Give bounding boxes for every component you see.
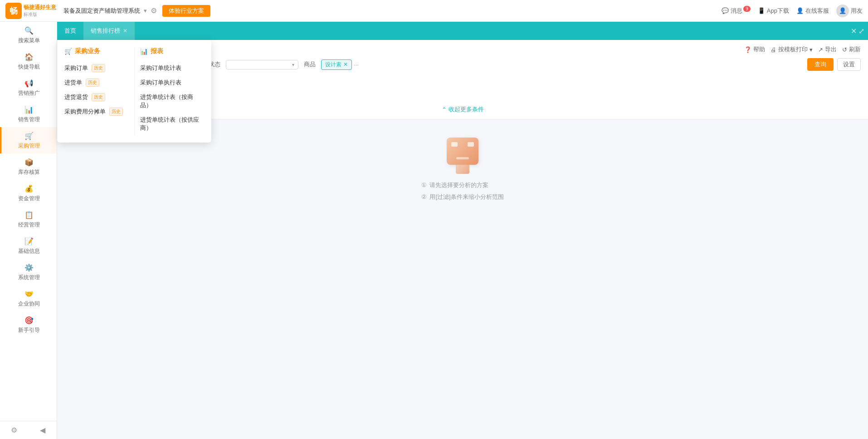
- history-tag-return: 历史: [92, 93, 105, 101]
- collapse-sidebar-button[interactable]: ◀: [29, 421, 57, 439]
- print-button[interactable]: 🖨 按模板打印 ▾: [770, 45, 813, 54]
- purchase-section-icon: 🛒: [64, 48, 72, 55]
- goods-tag-text: 设计素: [325, 61, 341, 69]
- history-tag-purchase-order: 历史: [92, 64, 105, 72]
- help-button[interactable]: ❓ 帮助: [744, 45, 765, 54]
- toolbar-right: ❓ 帮助 🖨 按模板打印 ▾ ↗ 导出 ↺: [744, 45, 861, 54]
- guide-icon: 🎯: [24, 316, 34, 325]
- notification-badge: 9: [743, 6, 751, 12]
- menu-item-return[interactable]: 进货退货 历史: [64, 90, 129, 104]
- purchase-icon: 🛒: [24, 132, 34, 140]
- tab-close-icon[interactable]: ✕: [123, 28, 127, 34]
- purchase-section-title: 🛒 采购业务: [64, 47, 129, 55]
- doc-status-select[interactable]: ▾: [226, 60, 298, 69]
- goods-label: 商品: [304, 60, 316, 69]
- empty-text: ① 请先选择要分析的方案 ② 用[过滤]条件来缩小分析范围: [421, 179, 503, 203]
- app-download-button[interactable]: 📱 App下载: [758, 7, 789, 15]
- help-icon: ❓: [744, 46, 751, 53]
- menu-item-order-stats[interactable]: 采购订单统计表: [140, 61, 205, 75]
- sidebar: 🔍 搜索菜单 🏠 快捷导航 📢 营销推广 📊 销售管理 🛒 采购管理 📦: [0, 22, 57, 439]
- sidebar-item-quicknav[interactable]: 🏠 快捷导航: [0, 48, 57, 74]
- export-icon: ↗: [818, 46, 823, 53]
- sidebar-item-inventory[interactable]: 📦 库存核算: [0, 153, 57, 180]
- notification-button[interactable]: 💬 消息 9: [722, 7, 751, 15]
- system-title: 装备及固定资产辅助管理系统: [63, 7, 140, 15]
- home-icon: 🏠: [24, 53, 34, 61]
- collapse-label: 收起更多条件: [449, 105, 484, 113]
- top-right-area: 💬 消息 9 📱 App下载 👤 在线客服 👤 用友: [722, 5, 863, 17]
- report-section-title: 📊 报表: [140, 47, 205, 55]
- content-main: ① 请先选择要分析的方案 ② 用[过滤]条件来缩小分析范围: [57, 119, 868, 439]
- tab-close-all-icon[interactable]: ✕: [851, 27, 857, 35]
- operations-icon: 📋: [24, 211, 34, 219]
- sidebar-label-inventory: 库存核算: [18, 168, 40, 176]
- sidebar-item-enterprise[interactable]: 🤝 企业协同: [0, 285, 57, 311]
- print-label: 按模板打印: [778, 45, 808, 54]
- collapse-button[interactable]: ⌃ 收起更多条件: [442, 105, 484, 113]
- app-download-label: App下载: [767, 7, 789, 15]
- sidebar-item-operations[interactable]: 📋 经营管理: [0, 206, 57, 232]
- goods-tag: 设计素 ✕: [321, 59, 352, 70]
- search-icon: 🔍: [24, 26, 34, 35]
- goods-filter-group: 设计素 ✕ ···: [321, 59, 359, 70]
- sidebar-label-system: 系统管理: [18, 274, 40, 281]
- system-icon: ⚙️: [24, 263, 34, 272]
- sidebar-label-marketing: 营销推广: [18, 89, 40, 97]
- logo-area: 畅 畅捷通好生意 标准版: [5, 3, 56, 19]
- tab-sales-ranking[interactable]: 销售排行榜 ✕: [83, 22, 135, 40]
- print-icon: 🖨: [770, 46, 776, 53]
- empty-tip-2: ② 用[过滤]条件来缩小分析范围: [421, 191, 503, 203]
- empty-tip-1: ① 请先选择要分析的方案: [421, 179, 503, 191]
- query-button[interactable]: 查询: [807, 58, 834, 71]
- notification-label: 消息: [731, 7, 742, 15]
- sidebar-item-sales[interactable]: 📊 销售管理: [0, 101, 57, 127]
- menu-item-incoming-by-goods[interactable]: 进货单统计表（按商品）: [140, 90, 205, 113]
- refresh-icon: ↺: [842, 46, 847, 53]
- purchase-dropdown-menu: 🛒 采购业务 采购订单 历史 进货单 历史 进货退货 历史 采购费用分摊单 历史: [57, 40, 211, 143]
- menu-item-incoming[interactable]: 进货单 历史: [64, 75, 129, 90]
- menu-divider: [134, 47, 135, 135]
- sidebar-label-purchase: 采购管理: [18, 142, 40, 150]
- goods-filter-dots[interactable]: ···: [354, 61, 359, 68]
- logo-line1: 畅捷通好生意: [24, 4, 56, 11]
- top-bar: 畅 畅捷通好生意 标准版 装备及固定资产辅助管理系统 ▾ ⚙ 体验行业方案 💬 …: [0, 0, 868, 22]
- settings-bottom-button[interactable]: ⚙: [0, 421, 29, 439]
- home-tab-label: 首页: [64, 27, 76, 35]
- logo-text: 畅捷通好生意 标准版: [24, 4, 56, 17]
- tabs-bar: 首页 销售排行榜 ✕ ✕ ⤢: [57, 22, 868, 40]
- sidebar-label-finance: 资金管理: [18, 195, 40, 202]
- gear-button[interactable]: ⚙: [151, 6, 157, 15]
- title-dropdown-icon[interactable]: ▾: [144, 7, 147, 14]
- report-section-icon: 📊: [140, 48, 148, 55]
- menu-item-incoming-by-supplier[interactable]: 进货单统计表（按供应商）: [140, 113, 205, 135]
- sales-icon: 📊: [24, 105, 34, 114]
- sidebar-item-purchase[interactable]: 🛒 采购管理: [0, 127, 57, 153]
- export-button[interactable]: ↗ 导出: [818, 45, 837, 54]
- sidebar-item-basicinfo[interactable]: 📝 基础信息: [0, 232, 57, 259]
- sidebar-item-marketing[interactable]: 📢 营销推广: [0, 74, 57, 101]
- sales-tab-label: 销售排行榜: [91, 27, 120, 35]
- action-buttons: 查询 设置: [807, 58, 861, 71]
- tab-expand-icon[interactable]: ⤢: [858, 27, 864, 35]
- goods-tag-close[interactable]: ✕: [343, 61, 348, 68]
- menu-item-expense[interactable]: 采购费用分摊单 历史: [64, 104, 129, 119]
- logo-icon: 畅: [5, 3, 22, 19]
- online-service-button[interactable]: 👤 在线客服: [796, 7, 829, 15]
- online-service-label: 在线客服: [805, 7, 829, 15]
- menu-item-order-exec[interactable]: 采购订单执行表: [140, 75, 205, 90]
- tab-home[interactable]: 首页: [57, 22, 83, 40]
- menu-item-purchase-order[interactable]: 采购订单 历史: [64, 61, 129, 75]
- refresh-label: 刷新: [849, 45, 861, 54]
- menu-section-report: 📊 报表 采购订单统计表 采购订单执行表 进货单统计表（按商品） 进货单统计表（…: [140, 47, 205, 135]
- sidebar-item-guide[interactable]: 🎯 新手引导: [0, 311, 57, 338]
- sidebar-item-system[interactable]: ⚙️ 系统管理: [0, 259, 57, 285]
- refresh-button[interactable]: ↺ 刷新: [842, 45, 861, 54]
- sidebar-item-search[interactable]: 🔍 搜索菜单: [0, 22, 57, 48]
- sidebar-item-finance[interactable]: 💰 资金管理: [0, 180, 57, 206]
- sidebar-label-search: 搜索菜单: [18, 37, 40, 44]
- sidebar-label-guide: 新手引导: [18, 326, 40, 334]
- user-menu[interactable]: 👤 用友: [836, 5, 863, 17]
- setting-button[interactable]: 设置: [837, 58, 861, 71]
- sidebar-label-quicknav: 快捷导航: [18, 63, 40, 71]
- industry-button[interactable]: 体验行业方案: [162, 5, 210, 17]
